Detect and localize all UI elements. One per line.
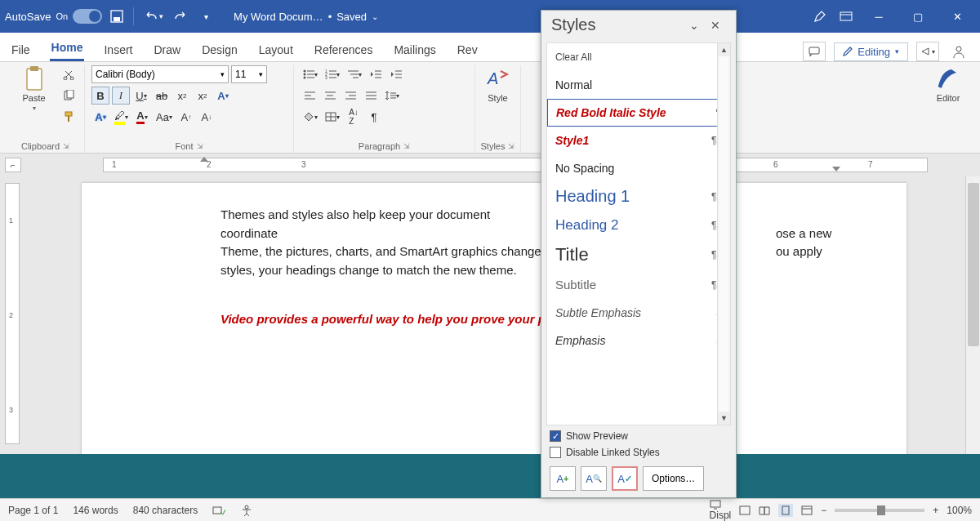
document-title[interactable]: My Word Docum… • Saved ⌄	[234, 11, 378, 23]
tab-layout[interactable]: Layout	[257, 38, 295, 61]
italic-button[interactable]: I	[112, 87, 130, 105]
align-right-button[interactable]	[341, 87, 359, 105]
grow-font-button[interactable]: A↑	[177, 108, 195, 126]
style-item-subtle-emphasis[interactable]: Subtle Emphasisa	[547, 299, 730, 327]
font-color-button[interactable]: A▾	[133, 108, 151, 126]
style-item-heading-2[interactable]: Heading 2¶a	[547, 212, 730, 239]
tab-design[interactable]: Design	[200, 38, 239, 61]
scrollbar-thumb[interactable]	[968, 183, 979, 346]
pane-collapse-button[interactable]: ⌄	[684, 16, 705, 34]
style-item-no-spacing[interactable]: No Spacing¶	[547, 154, 730, 182]
editor-button[interactable]: Editor	[928, 65, 969, 141]
manage-styles-button[interactable]: A✓	[612, 466, 638, 491]
cut-button[interactable]	[60, 65, 78, 83]
dialog-launcher-icon[interactable]: ⇲	[197, 142, 203, 150]
page-number[interactable]: Page 1 of 1	[8, 505, 58, 516]
vertical-scrollbar[interactable]	[965, 176, 980, 454]
style-item-emphasis[interactable]: Emphasisa	[547, 327, 730, 354]
tab-draw[interactable]: Draw	[152, 38, 182, 61]
share-button[interactable]: ▾	[916, 42, 939, 61]
underline-button[interactable]: U▾	[132, 87, 150, 105]
zoom-out-button[interactable]: −	[821, 505, 826, 516]
dialog-launcher-icon[interactable]: ⇲	[403, 142, 410, 150]
style-item-style1[interactable]: Style1¶a	[547, 127, 730, 154]
decrease-indent-button[interactable]	[367, 65, 385, 83]
zoom-slider[interactable]	[835, 509, 924, 512]
dialog-launcher-icon[interactable]: ⇲	[508, 142, 514, 150]
show-hide-button[interactable]: ¶	[365, 108, 383, 126]
justify-button[interactable]	[362, 87, 380, 105]
font-name-combo[interactable]: Calibri (Body)▾	[91, 65, 229, 83]
maximize-button[interactable]: ▢	[900, 0, 936, 33]
shading-button[interactable]: ▾	[301, 108, 320, 126]
zoom-slider-knob[interactable]	[877, 505, 885, 515]
strikethrough-button[interactable]: ab	[153, 87, 171, 105]
accessibility-icon[interactable]	[240, 505, 253, 516]
multilevel-list-button[interactable]: ▾	[345, 65, 364, 83]
redo-icon[interactable]	[168, 5, 191, 28]
bold-button[interactable]: B	[91, 87, 109, 105]
shrink-font-button[interactable]: A↓	[198, 108, 216, 126]
read-mode-icon[interactable]	[759, 505, 770, 515]
style-clear-all[interactable]: Clear All	[547, 43, 730, 71]
tab-mailings[interactable]: Mailings	[392, 38, 437, 61]
account-icon[interactable]	[947, 42, 970, 61]
tab-selector[interactable]: ⌐	[5, 158, 21, 172]
save-icon[interactable]	[105, 5, 128, 28]
list-scrollbar[interactable]: ▲ ▼	[717, 43, 730, 425]
format-painter-button[interactable]	[60, 108, 78, 126]
sort-button[interactable]: A↓Z	[345, 108, 363, 126]
bullets-button[interactable]: ▾	[301, 65, 320, 83]
style-item-title[interactable]: Title¶a	[547, 239, 730, 271]
align-center-button[interactable]	[321, 87, 339, 105]
char-count[interactable]: 840 characters	[133, 505, 198, 516]
indent-marker-icon[interactable]	[200, 157, 208, 162]
display-settings[interactable]: Displ	[710, 500, 732, 521]
subscript-button[interactable]: x2	[173, 87, 191, 105]
scroll-down-icon[interactable]: ▼	[718, 412, 730, 425]
pen-icon[interactable]	[808, 5, 831, 28]
highlight-button[interactable]: 🖊▾	[112, 108, 131, 126]
align-left-button[interactable]	[301, 87, 318, 105]
vertical-ruler[interactable]: 1 2 3	[5, 183, 20, 444]
web-layout-icon[interactable]	[801, 505, 813, 515]
scroll-up-icon[interactable]: ▲	[718, 43, 730, 56]
show-preview-checkbox[interactable]: ✓Show Preview	[550, 430, 728, 442]
undo-icon[interactable]: ▾	[142, 5, 165, 28]
new-style-button[interactable]: A+	[550, 466, 576, 491]
dialog-launcher-icon[interactable]: ⇲	[63, 142, 69, 150]
close-button[interactable]: ✕	[939, 0, 975, 33]
borders-button[interactable]: ▾	[323, 108, 342, 126]
qat-customize-icon[interactable]: ▾	[194, 5, 217, 28]
print-layout-icon[interactable]	[778, 504, 793, 517]
font-size-combo[interactable]: 11▾	[231, 65, 267, 83]
chevron-down-icon[interactable]: ⌄	[372, 12, 378, 21]
line-spacing-button[interactable]: ▾	[382, 87, 402, 105]
style-item-normal[interactable]: Normal¶	[547, 71, 730, 99]
zoom-level[interactable]: 100%	[947, 505, 972, 516]
tab-references[interactable]: References	[313, 38, 375, 61]
disable-linked-checkbox[interactable]: Disable Linked Styles	[550, 447, 728, 458]
tab-review[interactable]: Rev	[456, 38, 479, 61]
styles-list[interactable]: Clear All Normal¶Red Bold Italic Style¶S…	[546, 42, 731, 425]
tab-file[interactable]: File	[10, 38, 32, 61]
pane-close-button[interactable]: ✕	[705, 16, 726, 34]
style-inspector-button[interactable]: A🔍	[581, 466, 607, 491]
focus-mode-icon[interactable]	[739, 505, 751, 515]
numbering-button[interactable]: 123▾	[323, 65, 342, 83]
page[interactable]: Themes and styles also help keep your do…	[82, 183, 906, 454]
text-glow-button[interactable]: A▾	[91, 108, 109, 126]
increase-indent-button[interactable]	[387, 65, 405, 83]
copy-button[interactable]	[60, 87, 78, 105]
style-item-heading-1[interactable]: Heading 1¶a	[547, 182, 730, 212]
ribbon-display-icon[interactable]	[835, 5, 858, 28]
options-button[interactable]: Options…	[643, 466, 704, 491]
styles-button[interactable]: A Style	[478, 65, 519, 138]
word-count[interactable]: 146 words	[73, 505, 118, 516]
tab-insert[interactable]: Insert	[102, 38, 134, 61]
zoom-in-button[interactable]: +	[933, 505, 938, 516]
horizontal-ruler[interactable]: ⌐ 1 2 3 6 7	[0, 154, 980, 176]
tab-home[interactable]: Home	[50, 36, 85, 61]
editing-mode-button[interactable]: Editing ▾	[834, 42, 908, 61]
autosave-toggle[interactable]: AutoSave On	[5, 9, 102, 24]
